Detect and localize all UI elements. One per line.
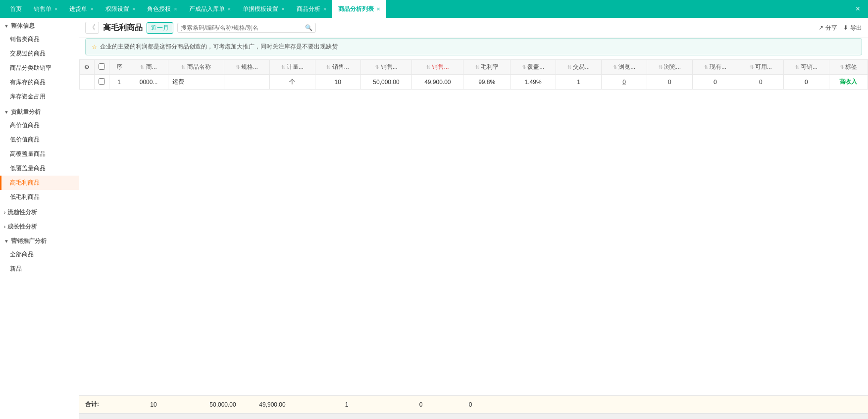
sidebar-group-flow[interactable]: › 流趋性分析: [0, 204, 79, 219]
export-button[interactable]: ⬇ 导出: [843, 24, 862, 32]
sidebar-item-stock-capital[interactable]: 库存资金占用: [0, 90, 79, 104]
share-button[interactable]: ↗ 分享: [818, 24, 837, 32]
col-tag[interactable]: ⇅ 标签: [829, 60, 868, 75]
tab-template[interactable]: 单据模板设置 ×: [237, 0, 290, 18]
sidebar-item-high-margin[interactable]: 高毛利商品: [0, 176, 79, 190]
sidebar-group-marketing[interactable]: ▼ 营销推广分析: [0, 233, 79, 247]
footer-sale-qty: 10: [109, 401, 198, 408]
cell-browse1[interactable]: 0: [602, 75, 647, 90]
cell-saleable: 0: [783, 75, 829, 90]
close-tab-goods-analysis[interactable]: ×: [323, 6, 326, 12]
tab-goods-analysis[interactable]: 商品分析 ×: [291, 0, 332, 18]
col-sort-unit: ⇅: [281, 64, 285, 70]
select-all-checkbox[interactable]: [99, 63, 105, 70]
tab-home[interactable]: 首页: [4, 0, 28, 18]
col-sort-saleable: ⇅: [795, 64, 799, 70]
tab-role[interactable]: 角色授权 ×: [141, 0, 183, 18]
close-tab-product-inbound[interactable]: ×: [228, 6, 231, 12]
col-sort-current: ⇅: [704, 64, 708, 70]
col-sort-transaction: ⇅: [567, 64, 571, 70]
arrow-marketing: ▼: [4, 238, 9, 244]
col-sort-sale-profit: ⇅: [426, 64, 430, 70]
top-nav: 首页 销售单 × 进货单 × 权限设置 × 角色授权 × 产成品入库单 × 单据…: [0, 0, 868, 18]
col-code[interactable]: ⇅ 商...: [129, 60, 168, 75]
sidebar-item-traded-goods[interactable]: 交易过的商品: [0, 47, 79, 61]
close-tab-permission[interactable]: ×: [132, 6, 135, 12]
search-box: 🔍: [177, 23, 316, 33]
cell-name[interactable]: 运费: [168, 75, 224, 90]
col-current[interactable]: ⇅ 现有...: [692, 60, 738, 75]
close-tab-purchase[interactable]: ×: [90, 6, 93, 12]
table-area[interactable]: ⚙ 序 ⇅ 商... ⇅ 商品名称 ⇅ 规格...: [79, 59, 868, 395]
arrow-flow: ›: [4, 210, 5, 215]
sidebar-item-low-margin[interactable]: 低毛利商品: [0, 190, 79, 204]
sidebar-group-contribution[interactable]: ▼ 贡献量分析: [0, 104, 79, 118]
sidebar-group-growth[interactable]: › 成长性分析: [0, 219, 79, 233]
col-coverage[interactable]: ⇅ 覆盖...: [511, 60, 556, 75]
col-spec[interactable]: ⇅ 规格...: [224, 60, 269, 75]
col-sale-amount[interactable]: ⇅ 销售...: [360, 60, 412, 75]
sidebar-item-category-rate[interactable]: 商品分类助销率: [0, 61, 79, 75]
sidebar-item-stock-goods[interactable]: 有库存的商品: [0, 75, 79, 90]
cell-browse2: 0: [647, 75, 692, 90]
col-available[interactable]: ⇅ 可用...: [738, 60, 783, 75]
content-header: 《 高毛利商品 近一月 🔍 ↗ 分享 ⬇ 导出: [79, 18, 868, 38]
col-sort-coverage: ⇅: [522, 64, 526, 70]
close-tab-sales[interactable]: ×: [54, 6, 57, 12]
search-input[interactable]: [181, 24, 305, 31]
tab-goods-analysis-list[interactable]: 商品分析列表 ×: [332, 0, 386, 18]
tab-product-inbound[interactable]: 产成品入库单 ×: [183, 0, 237, 18]
cell-checkbox[interactable]: [95, 75, 109, 90]
cell-seq: 1: [109, 75, 129, 90]
sidebar-item-high-value[interactable]: 高价值商品: [0, 118, 79, 133]
col-sort-browse2: ⇅: [659, 64, 663, 70]
footer-values: 10 50,000.00 49,900.00 1 0 0: [109, 401, 495, 408]
search-icon[interactable]: 🔍: [305, 24, 312, 31]
sidebar-item-low-coverage[interactable]: 低覆盖量商品: [0, 161, 79, 176]
col-saleable[interactable]: ⇅ 可销...: [783, 60, 829, 75]
footer-transaction: 1: [297, 401, 396, 408]
data-table: ⚙ 序 ⇅ 商... ⇅ 商品名称 ⇅ 规格...: [79, 59, 868, 90]
close-tab-goods-analysis-list[interactable]: ×: [377, 6, 380, 12]
col-checkbox[interactable]: [95, 60, 109, 75]
sidebar-item-all-goods[interactable]: 全部商品: [0, 247, 79, 262]
sidebar-item-new-goods[interactable]: 新品: [0, 262, 79, 276]
filter-recent-month-button[interactable]: 近一月: [147, 22, 173, 34]
page-title: 高毛利商品: [103, 23, 143, 33]
col-sort-spec: ⇅: [236, 64, 240, 70]
cell-sale-qty: 10: [315, 75, 360, 90]
col-sort-browse1: ⇅: [613, 64, 617, 70]
sidebar-group-overall[interactable]: ▼ 整体信息: [0, 18, 79, 32]
col-unit[interactable]: ⇅ 计量...: [269, 60, 315, 75]
header-actions: ↗ 分享 ⬇ 导出: [818, 24, 862, 32]
col-settings[interactable]: ⚙: [80, 60, 95, 75]
sidebar-item-sales-goods[interactable]: 销售类商品: [0, 32, 79, 47]
cell-coverage: 1.49%: [511, 75, 556, 90]
row-checkbox[interactable]: [99, 78, 105, 85]
tab-permission[interactable]: 权限设置 ×: [100, 0, 141, 18]
close-tab-template[interactable]: ×: [281, 6, 284, 12]
settings-icon[interactable]: ⚙: [84, 64, 90, 71]
cell-gross-rate: 99.8%: [463, 75, 511, 90]
arrow-growth: ›: [4, 224, 5, 230]
col-browse1[interactable]: ⇅ 浏览...: [602, 60, 647, 75]
col-name[interactable]: ⇅ 商品名称: [168, 60, 224, 75]
sidebar-item-high-coverage[interactable]: 高覆盖量商品: [0, 147, 79, 161]
bottom-scrollbar[interactable]: [79, 413, 868, 419]
share-icon: ↗: [818, 24, 823, 31]
close-tab-role[interactable]: ×: [174, 6, 177, 12]
sidebar-collapse-button[interactable]: 《: [85, 22, 99, 34]
col-browse2[interactable]: ⇅ 浏览...: [647, 60, 692, 75]
sidebar-item-low-value[interactable]: 低价值商品: [0, 133, 79, 147]
tab-sales[interactable]: 销售单 ×: [28, 0, 63, 18]
content-area: 《 高毛利商品 近一月 🔍 ↗ 分享 ⬇ 导出 ☆ 企业的主要的利润都是这部: [79, 18, 868, 419]
info-banner: ☆ 企业的主要的利润都是这部分商品创造的，可考虑加大推广，同时关注库存是不要出现…: [85, 38, 862, 55]
total-label: 合计:: [85, 400, 99, 409]
tab-purchase[interactable]: 进货单 ×: [63, 0, 99, 18]
close-window-button[interactable]: ×: [852, 4, 864, 13]
cell-unit: 个: [269, 75, 315, 90]
col-sale-profit[interactable]: ⇅ 销售...: [412, 60, 463, 75]
col-gross-rate[interactable]: ⇅ 毛利率: [463, 60, 511, 75]
col-transaction[interactable]: ⇅ 交易...: [556, 60, 602, 75]
col-sale-qty[interactable]: ⇅ 销售...: [315, 60, 360, 75]
